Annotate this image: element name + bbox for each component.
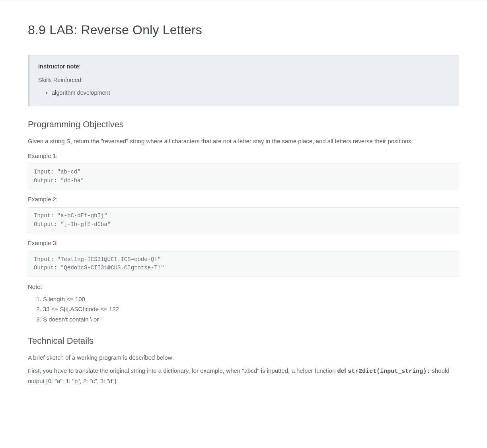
note-item-2: 33 <= S[i].ASCIIcode <= 122: [43, 305, 459, 314]
objectives-heading: Programming Objectives: [28, 118, 459, 131]
notes-list: S.length <= 100 33 <= S[i].ASCIIcode <= …: [28, 295, 459, 324]
example-3-code: Input: "Test1ng-ICS31@UCI.ICS=code-Q!" O…: [28, 251, 459, 277]
example-2-label: Example 2:: [28, 195, 459, 204]
technical-para-2: First, you have to translate the origina…: [28, 366, 459, 386]
skill-item: algorithm development: [52, 89, 450, 97]
skills-list: algorithm development: [38, 89, 450, 97]
technical-para-2-prefix: First, you have to translate the origina…: [28, 367, 337, 374]
skills-reinforced-label: Skills Reinforced:: [38, 76, 450, 85]
page-title: 8.9 LAB: Reverse Only Letters: [28, 20, 459, 39]
instructor-note-label: Instructor note:: [38, 62, 450, 71]
technical-heading: Technical Details: [28, 334, 459, 347]
example-2-code: Input: "a-bC-dEf-ghIj" Output: "j-Ih-gfE…: [28, 207, 459, 233]
note-item-3: S doesn't contain \ or ": [43, 315, 459, 324]
instructor-note-box: Instructor note: Skills Reinforced: algo…: [28, 55, 459, 106]
note-label: Note:: [28, 282, 459, 292]
objectives-intro: Given a string S, return the "reversed" …: [28, 136, 459, 146]
example-1-code: Input: "ab-cd" Output: "dc-ba": [28, 164, 459, 189]
page-container: 8.9 LAB: Reverse Only Letters Instructor…: [0, 0, 487, 397]
def-keyword: def: [337, 367, 346, 374]
helper-fn-signature: str2dict(input_string):: [348, 368, 430, 375]
note-item-1: S.length <= 100: [43, 295, 459, 304]
technical-para-1: A brief sketch of a working program is d…: [28, 353, 459, 362]
example-1-label: Example 1:: [28, 152, 459, 161]
example-3-label: Example 3:: [28, 239, 459, 248]
